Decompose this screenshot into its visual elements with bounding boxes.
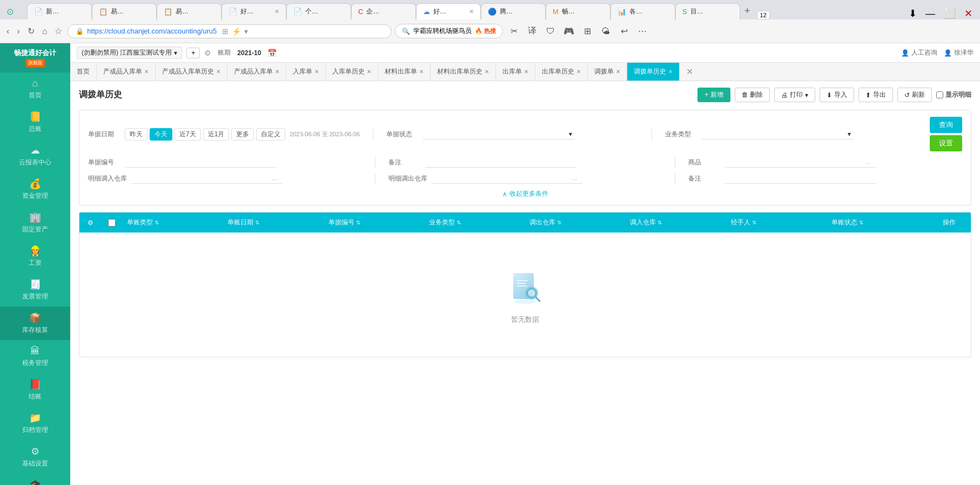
sidebar-item-closing[interactable]: 📕 结账	[0, 373, 70, 407]
company-selector[interactable]: (勿删勿禁用) 江西服宝测试专用 ▾	[77, 46, 182, 59]
sidebar-item-salary[interactable]: 👷 工资	[0, 240, 70, 273]
date-btn-yesterday[interactable]: 昨天	[125, 128, 147, 141]
forward-button[interactable]: ›	[15, 24, 22, 38]
delete-button[interactable]: 🗑 删除	[735, 88, 770, 102]
sidebar-item-tax[interactable]: 🏛 税务管理	[0, 340, 70, 373]
date-btn-more[interactable]: 更多	[231, 128, 254, 141]
sidebar-item-inventory[interactable]: 📦 库存核算	[0, 307, 70, 340]
sidebar-item-fixed-assets[interactable]: 🏢 固定资产	[0, 206, 70, 240]
date-btn-custom[interactable]: 自定义	[256, 128, 285, 141]
app-tab-finished-in2-close[interactable]: ✕	[275, 69, 279, 75]
window-minimize-icon[interactable]: —	[922, 8, 938, 19]
window-maximize-icon[interactable]: ⬜	[941, 8, 959, 19]
select-all-checkbox[interactable]	[108, 219, 116, 227]
browser-undo-icon[interactable]: ↩	[616, 24, 632, 39]
th-checkbox[interactable]	[101, 212, 123, 232]
biz-type-select[interactable]: ▾	[702, 129, 853, 139]
app-tab-mat-out[interactable]: 材料出库单 ✕	[378, 63, 431, 81]
sidebar-item-ledger[interactable]: 📒 总账	[0, 105, 70, 139]
import-button[interactable]: ⬇ 导入	[820, 88, 854, 102]
th-order-type[interactable]: 单账类型 ⇅	[123, 212, 223, 232]
date-btn-1month[interactable]: 近1月	[203, 128, 230, 141]
sidebar-item-fund[interactable]: 💰 资金管理	[0, 172, 70, 206]
detail-in-input[interactable]	[131, 174, 272, 183]
browser-tab-10[interactable]: M 畅…	[546, 3, 610, 19]
service-button[interactable]: 👤 人工咨询	[901, 48, 937, 57]
new-button[interactable]: + 新增	[697, 88, 730, 102]
browser-tab-close-8[interactable]: ✕	[469, 8, 474, 15]
reload-button[interactable]: ↻	[25, 24, 37, 38]
app-tab-mat-out-close[interactable]: ✕	[419, 69, 424, 75]
address-bar-bolt-icon[interactable]: ⚡	[232, 27, 241, 36]
browser-tab-11[interactable]: 📊 各…	[610, 3, 675, 19]
address-bar-more-icon[interactable]: ⊞	[222, 27, 229, 36]
top-settings-icon[interactable]: ⚙	[204, 49, 211, 57]
calendar-icon[interactable]: 📅	[267, 49, 277, 57]
browser-menu-icon[interactable]: ⋯	[635, 24, 650, 39]
app-tab-in[interactable]: 入库单 ✕	[286, 63, 326, 81]
browser-tab-6[interactable]: 📄 个…	[286, 3, 351, 19]
app-tab-transfer[interactable]: 调拨单 ✕	[588, 63, 627, 81]
browser-tab-2[interactable]: 📄 新…	[27, 3, 92, 19]
table-settings-icon[interactable]: ⚙	[88, 219, 93, 227]
app-tab-finished-in2[interactable]: 产成品入库单 ✕	[227, 63, 286, 81]
search-button[interactable]: 查询	[930, 117, 962, 133]
sidebar-item-settings[interactable]: ⚙ 基础设置	[0, 440, 70, 474]
refresh-button[interactable]: ↺ 刷新	[897, 88, 932, 102]
print-button[interactable]: 🖨 打印 ▾	[774, 88, 815, 102]
browser-theme-icon[interactable]: 🌤	[598, 24, 613, 39]
app-tab-in-hist-close[interactable]: ✕	[367, 69, 371, 75]
browser-tab-5[interactable]: 📄 好… ✕	[221, 3, 286, 19]
sidebar-item-invoice[interactable]: 🧾 发票管理	[0, 273, 70, 307]
th-status[interactable]: 单账状态 ⇅	[827, 212, 928, 232]
app-tab-transfer-hist-close[interactable]: ✕	[668, 69, 673, 75]
collapse-button[interactable]: ∧ 收起更多条件	[88, 189, 962, 198]
th-order-no[interactable]: 单据编号 ⇅	[324, 212, 425, 232]
app-tab-mat-out-hist-close[interactable]: ✕	[485, 69, 489, 75]
th-out-warehouse[interactable]: 调出仓库 ⇅	[525, 212, 626, 232]
app-tab-finished-in-close[interactable]: ✕	[144, 69, 149, 75]
app-tab-out-close[interactable]: ✕	[524, 69, 528, 75]
browser-tab-12[interactable]: S 目…	[675, 3, 740, 19]
th-handler[interactable]: 经手人 ⇅	[727, 212, 827, 232]
date-btn-today[interactable]: 今天	[150, 128, 172, 141]
print-dropdown-icon[interactable]: ▾	[805, 91, 808, 99]
settings-filter-button[interactable]: 设置	[930, 135, 962, 151]
browser-scissors-icon[interactable]: ✂	[506, 24, 521, 39]
app-tab-finished-in-hist[interactable]: 产成品入库单历史 ✕	[156, 63, 227, 81]
app-tab-transfer-hist[interactable]: 调拨单历史 ✕	[627, 63, 680, 81]
browser-tab-7[interactable]: C 企…	[351, 3, 416, 19]
new-browser-tab-button[interactable]: +	[740, 5, 755, 17]
browser-grid-icon[interactable]: ⊞	[580, 24, 595, 39]
app-tab-mat-out-hist[interactable]: 材料出库单历史 ✕	[431, 63, 496, 81]
browser-tab-8[interactable]: ☁ 好… ✕	[416, 3, 481, 19]
app-tab-in-close[interactable]: ✕	[314, 69, 319, 75]
detail-out-more-icon[interactable]: …	[572, 175, 578, 181]
sidebar-item-cloud-report[interactable]: ☁ 云报表中心	[0, 139, 70, 172]
window-downloads-icon[interactable]: ⬇	[905, 8, 920, 19]
th-biz-type[interactable]: 业务类型 ⇅	[425, 212, 525, 232]
app-tab-finished-in[interactable]: 产成品入库单 ✕	[97, 63, 156, 81]
sidebar-item-archive[interactable]: 📁 归档管理	[0, 407, 70, 440]
browser-shield-icon[interactable]: 🛡	[543, 24, 558, 39]
app-tab-out[interactable]: 出库单 ✕	[496, 63, 535, 81]
browser-game-icon[interactable]: 🎮	[561, 24, 576, 39]
add-company-button[interactable]: +	[186, 48, 200, 58]
back-button[interactable]: ‹	[4, 24, 11, 38]
th-in-warehouse[interactable]: 调入仓库 ⇅	[626, 212, 726, 232]
browser-tab-close-5[interactable]: ✕	[274, 8, 279, 15]
bookmark-button[interactable]: ☆	[52, 24, 64, 38]
browser-translate-icon[interactable]: 译	[525, 24, 540, 39]
th-order-date[interactable]: 单账日期 ⇅	[223, 212, 324, 232]
th-settings[interactable]: ⚙	[79, 212, 101, 232]
date-btn-7days[interactable]: 近7天	[174, 128, 201, 141]
product-more-icon[interactable]: …	[865, 159, 871, 165]
sidebar-item-guide[interactable]: 🎓 新手引导	[0, 474, 70, 485]
app-tab-finished-in-hist-close[interactable]: ✕	[216, 69, 220, 75]
app-tab-in-hist[interactable]: 入库单历史 ✕	[326, 63, 378, 81]
browser-search-bar[interactable]: 🔍 学霸应聘机场驱鸟员 🔥 热搜	[395, 24, 503, 38]
note-input[interactable]	[725, 174, 876, 184]
detail-in-more-icon[interactable]: …	[272, 175, 277, 181]
display-detail-checkbox[interactable]	[936, 91, 943, 98]
app-tab-out-hist-close[interactable]: ✕	[576, 69, 581, 75]
